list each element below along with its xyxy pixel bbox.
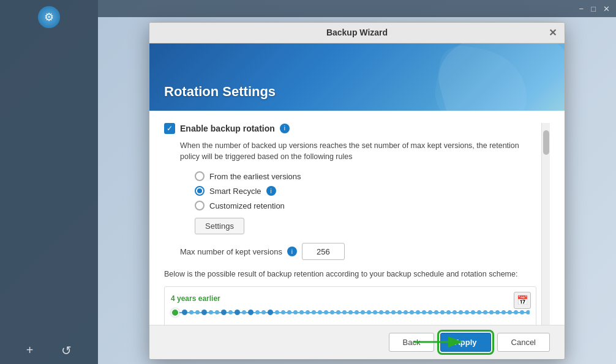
apply-arrow-indicator (411, 333, 467, 351)
smart-recycle-info-icon[interactable]: i (266, 186, 276, 196)
timeline-dot (361, 310, 365, 314)
timeline-dot (293, 310, 298, 314)
timeline-dot (471, 310, 475, 314)
radio-earliest-label: From the earliest versions (209, 172, 301, 181)
scrollbar[interactable] (541, 123, 550, 325)
taskbar-bottom-buttons: + ↺ (0, 343, 98, 358)
timeline-dot (336, 310, 340, 314)
timeline-dot (287, 310, 291, 314)
timeline-dot (453, 310, 457, 314)
timeline-dot (268, 310, 273, 315)
timeline-dot (355, 310, 359, 314)
timeline-dot (367, 310, 371, 314)
radio-earliest-circle[interactable] (195, 171, 205, 181)
timeline-dot (342, 310, 347, 314)
timeline-dot (428, 310, 432, 314)
timeline-dot (477, 310, 481, 314)
dialog-footer: Back Apply Cancel (149, 325, 565, 359)
timeline-dot (404, 310, 408, 314)
timeline-dot (348, 310, 353, 314)
radio-smart-recycle[interactable]: Smart Recycle i (195, 186, 536, 196)
dialog-overlay: Backup Wizard ✕ Rotation Settings ✓ Enab… (98, 17, 616, 364)
timeline-track (171, 306, 530, 319)
timeline-dot (483, 310, 487, 314)
enable-backup-rotation-label: Enable backup rotation (180, 124, 275, 133)
timeline-dot (248, 310, 254, 315)
timeline-dot (275, 310, 279, 314)
taskbar: ⚙ + ↺ (0, 0, 98, 364)
desktop: ⚙ + ↺ − □ ✕ Backup Wizard ✕ Rotation Set… (0, 0, 616, 364)
radio-group: From the earliest versions Smart Recycle… (195, 171, 536, 210)
timeline-dot (242, 310, 246, 314)
timeline-dot (209, 310, 213, 314)
system-bar: − □ ✕ (98, 0, 616, 17)
dialog-title: Backup Wizard (326, 28, 388, 37)
timeline-container: 📅 4 years earlier (164, 286, 536, 325)
timeline-dot (459, 310, 463, 314)
radio-earliest[interactable]: From the earliest versions (195, 171, 536, 181)
timeline-dot (281, 310, 285, 314)
enable-backup-rotation-checkbox[interactable]: ✓ (164, 123, 175, 134)
timeline-dot (195, 310, 200, 314)
timeline-dot (255, 310, 260, 314)
settings-button[interactable]: Settings (195, 218, 244, 234)
timeline-dot (397, 310, 402, 314)
radio-customized-circle[interactable] (195, 201, 205, 210)
timeline-dot (489, 310, 494, 314)
add-button[interactable]: + (26, 343, 34, 358)
restore-button[interactable]: ↺ (61, 343, 72, 358)
timeline-dot (189, 310, 193, 314)
enable-backup-rotation-info-icon[interactable]: i (280, 124, 290, 133)
radio-customized[interactable]: Customized retention (195, 201, 536, 210)
timeline-dot (215, 310, 219, 314)
timeline-dot (299, 310, 304, 314)
app-logo: ⚙ (38, 6, 60, 28)
timeline-dot (391, 310, 396, 314)
timeline-dot (446, 310, 451, 314)
dialog-content: ✓ Enable backup rotation i When the numb… (149, 111, 565, 325)
max-versions-input[interactable] (302, 243, 345, 260)
timeline-dot (182, 310, 187, 315)
timeline-dot (410, 310, 414, 314)
timeline-dot (495, 310, 500, 314)
timeline-dot (201, 310, 207, 315)
timeline-dot (306, 310, 310, 314)
dialog-header: Rotation Settings (149, 43, 565, 111)
minimize-icon[interactable]: − (579, 4, 584, 13)
rotation-description: When the number of backed up versions re… (180, 140, 536, 163)
scrollbar-area: ✓ Enable backup rotation i When the numb… (164, 123, 550, 325)
radio-smart-recycle-circle[interactable] (195, 186, 205, 196)
dialog-titlebar: Backup Wizard ✕ (149, 23, 565, 43)
timeline-dot (526, 310, 530, 314)
timeline-dot (379, 310, 383, 314)
timeline-dot (385, 310, 389, 314)
timeline-dot (501, 310, 506, 314)
dialog-header-title: Rotation Settings (164, 84, 276, 100)
timeline-dot (416, 310, 420, 314)
dialog-close-button[interactable]: ✕ (546, 26, 558, 39)
timeline-dot (312, 310, 316, 314)
close-icon[interactable]: ✕ (603, 4, 610, 13)
timeline-dot (235, 310, 240, 315)
radio-smart-recycle-label: Smart Recycle (209, 187, 261, 196)
timeline-dot (330, 310, 334, 314)
timeline-dot (508, 310, 512, 314)
timeline-label: 4 years earlier (171, 294, 530, 303)
max-versions-label: Max number of kept versions (180, 247, 282, 256)
radio-customized-label: Customized retention (209, 201, 285, 210)
timeline-dots (171, 308, 530, 317)
scrollbar-thumb[interactable] (543, 130, 549, 155)
timeline-start-dot (171, 308, 179, 317)
timeline-dot (520, 310, 524, 314)
maximize-icon[interactable]: □ (591, 4, 596, 13)
content-main: ✓ Enable backup rotation i When the numb… (164, 123, 536, 325)
timeline-dot (434, 310, 438, 314)
timeline-dot (228, 310, 233, 314)
max-versions-info-icon[interactable]: i (287, 247, 297, 256)
timeline-dot (422, 310, 426, 314)
timeline-dot (514, 310, 518, 314)
cancel-button[interactable]: Cancel (497, 333, 550, 352)
timeline-dot (221, 310, 227, 315)
timeline-dot (373, 310, 377, 314)
max-versions-row: Max number of kept versions i (180, 243, 536, 260)
